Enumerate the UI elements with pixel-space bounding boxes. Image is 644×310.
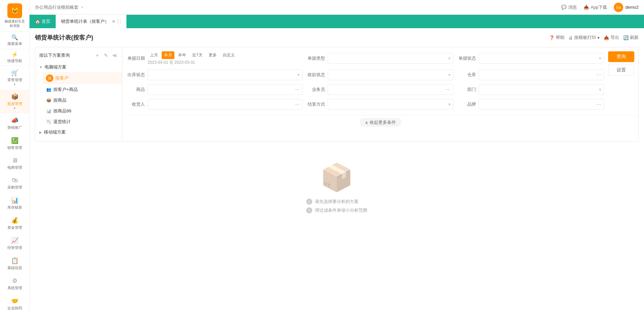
sidebar-item-ecommerce[interactable]: 🖥 电商管理 [0, 154, 29, 173]
goods-dots[interactable]: ··· [295, 87, 300, 93]
doc-status-select[interactable]: ▾ [479, 53, 604, 64]
by-customer-goods-icon: 👥 [46, 87, 51, 92]
tree-desktop-label: 电脑端方案 [45, 64, 66, 70]
tree-desktop-children: 按 按客户 👥 按客户+商品 📦 按商品 [35, 72, 122, 127]
warehouse-input[interactable]: ··· [479, 69, 604, 80]
sidebar-item-enterprise[interactable]: 🤝 企业协同 [0, 294, 29, 310]
doc-status-arrow: ▾ [599, 56, 601, 61]
by-goods99-label: 按商品99 [53, 108, 71, 114]
inventory-label: 库存核算 [7, 205, 22, 210]
app-download-action[interactable]: 📥 App下载 [584, 4, 607, 10]
tree-mobile-group: ▶ 移动端方案 [35, 127, 122, 137]
print-button[interactable]: 🖨 按模板打印 ▾ [569, 35, 600, 41]
department-select[interactable]: ▾ [479, 84, 604, 95]
filter-right: 单据日期 上月 本月 本年 近7天 更多 自定义 [122, 47, 638, 141]
purchase-icon: 🛍 [12, 177, 18, 184]
filter-sidebar-actions: + ✎ ≪ [94, 52, 118, 59]
tab-close-icon[interactable]: ✕ [112, 19, 116, 24]
tree-item-by-goods99[interactable]: 📊 按商品99 [42, 106, 122, 116]
tip-text-2: 用过滤条件来缩小分析范围 [315, 207, 367, 213]
sidebar-item-wholesale[interactable]: 📦 批发管理 ▾ [0, 90, 29, 113]
salesperson-input[interactable]: ··· [328, 84, 453, 95]
settlement-label: 结算方式 [307, 101, 325, 107]
doc-type-label: 单据类型 [307, 55, 325, 61]
filter-tree: ▼ 电脑端方案 按 按客户 👥 按客户+商品 [35, 61, 122, 139]
warehouse-dots[interactable]: ··· [597, 72, 601, 78]
date-btn-this-year[interactable]: 本年 [176, 51, 189, 59]
tab-home[interactable]: 🏠 首页 [30, 15, 56, 28]
filter-row-3: 商品 ··· 业务员 [126, 84, 604, 95]
brand-input[interactable]: ··· [479, 99, 604, 110]
receiver-label: 收货人 [126, 101, 145, 107]
tree-mobile-group-header[interactable]: ▶ 移动端方案 [35, 127, 122, 137]
settlement-field: 结算方式 ▾ [307, 99, 453, 110]
date-btn-this-month[interactable]: 本月 [162, 51, 174, 59]
sidebar-item-purchase[interactable]: 🛍 采购管理 [0, 173, 29, 193]
help-button[interactable]: ❓ 帮助 [549, 35, 565, 41]
tree-item-by-customer-goods[interactable]: 👥 按客户+商品 [42, 84, 122, 95]
tab-maximize-icon[interactable]: ⛶ [117, 19, 121, 24]
sidebar-quicknav-item[interactable]: ⚡ 快捷导航 [0, 49, 29, 66]
tree-item-by-customer[interactable]: 按 按客户 [42, 72, 122, 84]
refresh-button[interactable]: 🔄 刷新 [623, 35, 639, 41]
collapse-button[interactable]: ∧ 收起更多条件 [360, 118, 401, 127]
sidebar-item-basic[interactable]: 📋 基础信息 [0, 254, 29, 274]
export-button[interactable]: 📤 导出 [604, 35, 619, 41]
sidebar-item-system[interactable]: ⚙ 系统管理 [0, 274, 29, 294]
brand-dots[interactable]: ··· [597, 101, 601, 107]
salesperson-dots[interactable]: ··· [446, 87, 450, 93]
receiver-field: 收货人 ··· [126, 99, 303, 110]
out-status-label: 出库状态 [126, 72, 145, 78]
tree-item-by-goods[interactable]: 📦 按商品 [42, 95, 122, 106]
filter-row-2: 出库状态 ▾ 收款状态 [126, 69, 604, 80]
sidebar-item-finance[interactable]: 💰 资金管理 [0, 213, 29, 234]
message-action[interactable]: 💬 消息 [561, 4, 577, 10]
receiver-input[interactable]: ··· [148, 99, 303, 110]
basic-label: 基础信息 [7, 265, 22, 270]
department-label: 部门 [458, 87, 476, 93]
settings-button[interactable]: 设置 [608, 65, 634, 75]
tree-desktop-group-header[interactable]: ▼ 电脑端方案 [35, 62, 122, 72]
settlement-select[interactable]: ▾ [328, 99, 453, 110]
collapse-sidebar-button[interactable]: ≪ [111, 52, 118, 59]
user-name: demo2 [625, 5, 639, 10]
ecommerce-label: 电商管理 [7, 165, 22, 170]
out-status-field: 出库状态 ▾ [126, 69, 303, 80]
goods-input[interactable]: ··· [148, 84, 303, 95]
date-btn-custom[interactable]: 自定义 [220, 51, 237, 59]
tab-sales-stat[interactable]: 销货单统计表（按客户） ✕ ⛶ [56, 15, 126, 28]
export-icon: 📤 [604, 35, 609, 40]
page-header: 销货单统计表(按客户) ❓ 帮助 🖨 按模板打印 ▾ 📤 导出 [35, 34, 639, 42]
top-header: 办公用品行业模拟账套 ▾ 💬 消息 📥 App下载 Ea demo2 [30, 0, 644, 15]
query-button[interactable]: 查询 [608, 51, 634, 62]
inventory-icon: 📊 [11, 197, 18, 204]
sales-icon: 💹 [11, 137, 18, 144]
user-profile[interactable]: Ea demo2 [614, 3, 639, 12]
receiver-dots[interactable]: ··· [295, 101, 300, 107]
doc-type-select[interactable]: ▾ [328, 53, 453, 64]
edit-scheme-button[interactable]: ✎ [103, 52, 109, 59]
sidebar-item-sales[interactable]: 💹 销售管理 [0, 134, 29, 154]
sidebar-item-retail[interactable]: 🛒 零售管理 ▾ [0, 66, 29, 90]
brand-label: 品牌 [458, 101, 476, 107]
date-btn-last-month[interactable]: 上月 [148, 51, 160, 59]
sales-label: 销售管理 [7, 145, 22, 150]
sidebar-item-operation[interactable]: 📈 经营管理 [0, 234, 29, 254]
print-icon: 🖨 [569, 35, 573, 40]
operation-label: 经营管理 [7, 245, 22, 250]
date-btn-last7[interactable]: 近7天 [190, 51, 205, 59]
out-status-select[interactable]: ▾ [148, 69, 303, 80]
page-actions: ❓ 帮助 🖨 按模板打印 ▾ 📤 导出 🔄 刷新 [549, 35, 639, 41]
sidebar-item-inventory[interactable]: 📊 库存核算 [0, 193, 29, 213]
receipt-status-field: 收款状态 ▾ [307, 69, 453, 80]
date-btn-more[interactable]: 更多 [206, 51, 219, 59]
receipt-status-select[interactable]: ▾ [328, 69, 453, 80]
by-goods99-icon: 📊 [46, 108, 51, 114]
add-scheme-button[interactable]: + [94, 52, 101, 59]
goods-field: 商品 ··· [126, 84, 303, 95]
sidebar-item-marketing[interactable]: 📣 营销推广 [0, 113, 29, 134]
sidebar-search-item[interactable]: 🔍 搜索菜单 [0, 32, 29, 49]
tree-mobile-label: 移动端方案 [44, 129, 66, 135]
empty-illustration: 📦 [320, 162, 354, 193]
tree-item-refund[interactable]: 📉 退货统计 [42, 116, 122, 127]
